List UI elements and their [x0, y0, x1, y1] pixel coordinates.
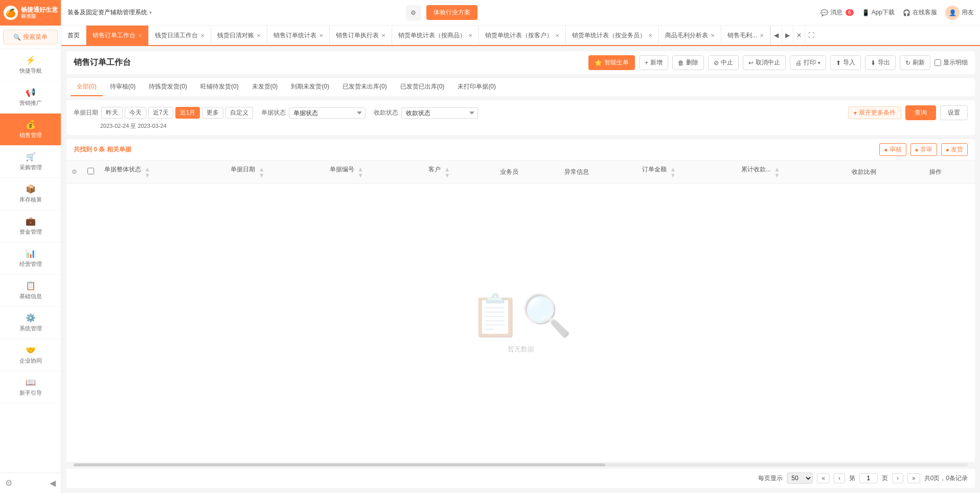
column-settings[interactable]: ⚙	[66, 161, 82, 184]
tab-close-sales-more[interactable]: ✕	[760, 33, 764, 38]
settings-icon[interactable]: ⚙	[5, 478, 12, 488]
nav-label-sys-mgmt: 系统管理	[19, 325, 42, 332]
sidebar-item-sys-mgmt[interactable]: ⚙️系统管理	[0, 307, 61, 339]
settings-button[interactable]: 设置	[940, 105, 968, 120]
sidebar-item-base-info[interactable]: 📋基础信息	[0, 275, 61, 307]
topbar-gear-button[interactable]: ⚙	[406, 5, 421, 20]
tab-sales-staff[interactable]: 销货单统计表（按业务员）✕	[566, 26, 659, 45]
import-button[interactable]: ⬆ 导入	[830, 55, 861, 70]
industry-solution-button[interactable]: 体验行业方案	[426, 5, 477, 20]
sidebar-item-marketing[interactable]: 📢营销推广	[0, 81, 61, 114]
tab-sales-exec[interactable]: 销售订单执行表✕	[330, 26, 392, 45]
review-action-button[interactable]: ● 审核	[879, 143, 906, 156]
tab-sales-stats[interactable]: 销售订单统计表✕	[267, 26, 330, 45]
tab-cash-daily[interactable]: 钱货日清工作台✕	[149, 26, 211, 45]
search-menu-button[interactable]: 🔍 搜索菜单	[3, 30, 58, 44]
prev-page-button[interactable]: ‹	[834, 473, 845, 483]
tab-expand[interactable]: ⛶	[805, 26, 817, 45]
message-button[interactable]: 💬 消息 6	[821, 8, 854, 17]
sidebar-item-quick-nav[interactable]: ⚡快捷导航	[0, 49, 61, 81]
query-button[interactable]: 查询	[905, 105, 936, 120]
tab-close-all[interactable]: ✕	[793, 26, 805, 45]
subtab-wangpu-pending[interactable]: 旺铺待发货(0)	[194, 78, 245, 96]
date-btn-近1月[interactable]: 近1月	[175, 107, 200, 119]
online-service-button[interactable]: 🎧 在线客服	[903, 8, 937, 17]
date-btn-昨天[interactable]: 昨天	[101, 107, 123, 119]
ship-action-button[interactable]: ● 发货	[941, 143, 968, 156]
tab-close-sales-product[interactable]: ✕	[468, 33, 472, 38]
sidebar-item-finance[interactable]: 💼资金管理	[0, 210, 61, 242]
nav-label-operations: 经营管理	[19, 260, 42, 268]
tab-sales-customer[interactable]: 销货单统计表（按客户）✕	[479, 26, 566, 45]
tab-home[interactable]: 首页	[61, 26, 86, 45]
date-btn-近7天[interactable]: 近7天	[148, 107, 173, 119]
sidebar-item-sales[interactable]: 💰销售管理	[0, 114, 61, 146]
page-input[interactable]	[859, 473, 878, 483]
stop-button[interactable]: ⊘ 中止	[708, 55, 739, 70]
tab-gross-profit[interactable]: 商品毛利分析表✕	[659, 26, 721, 45]
sidebar-item-purchase[interactable]: 🛒采购管理	[0, 146, 61, 178]
sidebar-item-inventory[interactable]: 📦库存核算	[0, 178, 61, 210]
sidebar-item-guide[interactable]: 📖新手引导	[0, 371, 61, 404]
empty-text: 暂无数据	[508, 345, 534, 354]
first-page-button[interactable]: «	[817, 473, 830, 483]
tab-close-cash-reconcile[interactable]: ✕	[257, 33, 261, 38]
col-number: 单据编号 ▲▼	[325, 161, 424, 184]
show-detail-toggle[interactable]: 显示明细	[935, 58, 968, 67]
tab-close-sales-workbench[interactable]: ✕	[138, 33, 142, 38]
tab-sales-workbench[interactable]: 销售订单工作台✕	[86, 26, 149, 45]
tab-close-sales-customer[interactable]: ✕	[555, 33, 559, 38]
show-detail-checkbox[interactable]	[935, 59, 941, 66]
subtab-shipped-not-in[interactable]: 已发货未出库(0)	[336, 78, 393, 96]
status-select[interactable]: 单据状态	[289, 107, 366, 119]
tab-close-gross-profit[interactable]: ✕	[711, 33, 715, 38]
tab-close-sales-staff[interactable]: ✕	[648, 33, 652, 38]
subtab-not-printed[interactable]: 未打印单据(0)	[451, 78, 502, 96]
tab-close-cash-daily[interactable]: ✕	[200, 33, 204, 38]
sidebar-item-enterprise[interactable]: 🤝企业协同	[0, 339, 61, 371]
print-button[interactable]: 🖨 打印 ▾	[790, 55, 826, 70]
smart-create-button[interactable]: ⭐ 智能生单	[588, 55, 635, 70]
export-button[interactable]: ⬇ 导出	[865, 55, 896, 70]
subtab-pending-review[interactable]: 待审核(0)	[104, 78, 142, 96]
page-size-select[interactable]: 50 20 100	[787, 473, 813, 484]
col-customer: 客户 ▲▼	[423, 161, 495, 184]
date-btn-自定义[interactable]: 自定义	[225, 107, 253, 119]
sidebar-item-operations[interactable]: 📊经营管理	[0, 242, 61, 275]
collapse-icon[interactable]: ◀	[50, 478, 56, 488]
subtab-all[interactable]: 全部(0)	[71, 78, 103, 96]
next-page-button[interactable]: ›	[892, 473, 903, 483]
date-btn-更多[interactable]: 更多	[202, 107, 223, 119]
cancel-stop-icon: ↩	[748, 59, 754, 66]
main-area: 装备及固定资产辅助管理系统 ▾ ⚙ 体验行业方案 💬 消息 6 📱 App下载 …	[61, 0, 980, 493]
system-title-dropdown[interactable]: 装备及固定资产辅助管理系统 ▾	[67, 8, 401, 17]
payment-select[interactable]: 收款状态	[401, 107, 478, 119]
date-btn-今天[interactable]: 今天	[125, 107, 146, 119]
delete-button[interactable]: 🗑 删除	[672, 55, 704, 70]
scrollbar-thumb[interactable]	[74, 463, 605, 466]
tab-cash-reconcile[interactable]: 钱货日清对账✕	[211, 26, 267, 45]
refresh-button[interactable]: ↻ 刷新	[900, 55, 930, 70]
last-page-button[interactable]: »	[907, 473, 920, 483]
tab-sales-more[interactable]: 销售毛利...✕	[721, 26, 770, 45]
horizontal-scrollbar[interactable]	[66, 462, 975, 468]
subtab-shipped-in[interactable]: 已发货已出库(0)	[394, 78, 451, 96]
tab-nav-prev[interactable]: ◀	[770, 26, 782, 45]
subtab-overdue[interactable]: 到期未发货(0)	[285, 78, 335, 96]
subtab-pending-check[interactable]: 待拣货发货(0)	[143, 78, 193, 96]
tab-nav-next[interactable]: ▶	[782, 26, 793, 45]
nav-icon-marketing: 📢	[26, 87, 36, 97]
user-menu[interactable]: 👤 用友	[945, 6, 974, 20]
add-button[interactable]: + 新增	[639, 55, 668, 70]
expand-filters-button[interactable]: ▾ 展开更多条件	[848, 106, 901, 119]
select-all-checkbox[interactable]	[87, 168, 94, 174]
app-download-button[interactable]: 📱 App下载	[862, 8, 895, 17]
subtab-not-shipped[interactable]: 未发货(0)	[246, 78, 284, 96]
tab-close-sales-exec[interactable]: ✕	[381, 33, 385, 38]
tab-close-sales-stats[interactable]: ✕	[319, 33, 323, 38]
abandon-review-button[interactable]: ● 弃审	[910, 143, 937, 156]
cancel-stop-button[interactable]: ↩ 取消中止	[743, 55, 786, 70]
page-header: 销售订单工作台 ⭐ 智能生单 + 新增 🗑 删除 ⊘ 中止	[66, 51, 975, 74]
tab-sales-product[interactable]: 销货单统计表（按商品）✕	[392, 26, 479, 45]
empty-illustration: 📋🔍	[470, 292, 572, 340]
